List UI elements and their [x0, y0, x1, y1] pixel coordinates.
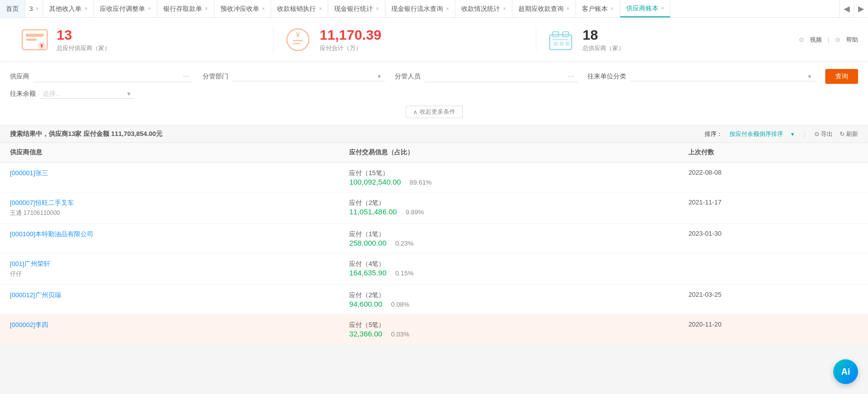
tx-label-3: 应付（4笔） [349, 260, 688, 268]
total-suppliers-label: 总供应商（家） [582, 44, 624, 53]
nav-tab-customer-close[interactable]: × [611, 6, 614, 11]
nav-tab-collection-stats[interactable]: 收款情况统计 × [455, 0, 512, 17]
nav-tab-prepay-close[interactable]: × [262, 6, 265, 11]
nav-tab-collection[interactable]: 收款核销执行 × [271, 0, 328, 17]
filter-supplier: 供应商 ··· [10, 71, 193, 82]
collapse-btn-inner: ∧ 收起更多条件 [406, 106, 463, 118]
last-pay-4: 2021-03-25 [688, 291, 858, 298]
person-label: 分管人员 [395, 72, 421, 81]
supplier-link-1[interactable]: [000007]恒旺二手叉车 [10, 199, 74, 206]
supplier-input[interactable] [36, 72, 181, 80]
nav-tab-cash-flow-close[interactable]: × [446, 6, 449, 11]
nav-tab-collection-stats-close[interactable]: × [503, 6, 506, 11]
nav-tab-other-income-close[interactable]: × [84, 6, 87, 11]
tx-info-0: 应付（15笔） 100,092,540.00 89.61% [349, 169, 688, 186]
export-button[interactable]: ⊙ 导出 [814, 130, 833, 138]
dept-input[interactable] [235, 72, 377, 80]
supplier-sub-1: 王通 17106110000 [10, 209, 349, 217]
stat-block-payable-suppliers: ¥ 13 总应付供应商（家） [10, 25, 273, 55]
supplier-link-4[interactable]: [000012]广州贝瑞 [10, 291, 61, 299]
collapse-button[interactable]: ∧ 收起更多条件 [10, 104, 858, 120]
category-label: 往来单位分类 [587, 72, 626, 81]
tx-amount-4[interactable]: 94,600.00 [349, 300, 382, 308]
last-pay-2: 2023-01-30 [688, 230, 858, 237]
nav-tab-ar-adjust-label: 应收应付调整单 [100, 4, 145, 13]
tx-amount-row-2: 258,000.00 0.23% [349, 239, 688, 247]
tx-amount-2[interactable]: 258,000.00 [349, 239, 386, 247]
svg-text:¥: ¥ [296, 31, 300, 39]
top-navigation: 首页 3 × 其他收入单 × 应收应付调整单 × 银行存取款单 × 预收冲应收单… [0, 0, 868, 18]
help-link[interactable]: 帮助 [846, 36, 858, 44]
collapse-label: 收起更多条件 [420, 108, 455, 116]
tx-amount-1[interactable]: 11,051,486.00 [349, 207, 397, 216]
nav-tab-cash-flow[interactable]: 现金银行流水查询 × [385, 0, 455, 17]
supplier-input-wrap: ··· [33, 71, 193, 82]
video-link[interactable]: 视频 [810, 36, 822, 44]
tx-amount-3[interactable]: 164,635.90 [349, 268, 386, 277]
sort-chevron-icon[interactable]: ▼ [790, 131, 795, 137]
last-pay-5: 2020-11-20 [688, 321, 858, 328]
table-row: [000007]恒旺二手叉车 王通 17106110000 应付（2笔） 11,… [0, 193, 868, 224]
person-dots[interactable]: ··· [568, 72, 574, 81]
dept-chevron-icon[interactable]: ▼ [376, 73, 382, 79]
payable-suppliers-number: 13 [57, 27, 110, 44]
category-chevron-icon[interactable]: ▼ [807, 73, 812, 79]
query-button[interactable]: 查询 [825, 69, 858, 84]
nav-arrow-left[interactable]: ◀ [839, 0, 854, 18]
tx-amount-row-4: 94,600.00 0.08% [349, 300, 688, 308]
nav-tab-home[interactable]: 首页 [0, 0, 25, 17]
tx-amount-row-1: 11,051,486.00 9.89% [349, 207, 688, 216]
category-input[interactable] [633, 72, 807, 80]
category-select-wrap: ▼ [630, 71, 815, 81]
result-text: 搜索结果中，供应商13家 应付金额 111,703,854.00元 [10, 130, 162, 137]
person-input[interactable] [428, 72, 566, 80]
supplier-code-3: [001] [10, 260, 24, 267]
nav-tab-bank-deposit-close[interactable]: × [205, 6, 208, 11]
nav-tab-overdue[interactable]: 超期应收款查询 × [512, 0, 576, 17]
nav-tab-ar-adjust-close[interactable]: × [148, 6, 151, 11]
refresh-label: 刷新 [846, 130, 858, 138]
supplier-link-2[interactable]: [000100]本特勤油品有限公司 [10, 230, 93, 238]
nav-tab-other-income-label: 其他收入单 [49, 4, 81, 13]
nav-tab-3-label: 3 [29, 5, 33, 12]
filter-area: 供应商 ··· 分管部门 ▼ 分管人员 ··· 往来单位分类 [0, 62, 868, 126]
nav-arrow-right[interactable]: ▶ [854, 0, 868, 18]
balance-input[interactable] [43, 90, 126, 97]
nav-tab-ar-adjust[interactable]: 应收应付调整单 × [94, 0, 157, 17]
tx-info-5: 应付（5笔） 32,366.00 0.03% [349, 321, 688, 338]
nav-tab-overdue-close[interactable]: × [567, 6, 570, 11]
sort-value[interactable]: 按应付余额倒序排序 [729, 130, 783, 138]
nav-tab-collection-close[interactable]: × [319, 6, 322, 11]
nav-tab-3-close[interactable]: × [36, 6, 39, 11]
supplier-link-0[interactable]: [000001]张三 [10, 169, 48, 177]
nav-tab-bank-deposit-label: 银行存取款单 [163, 4, 202, 13]
tx-label-5: 应付（5笔） [349, 321, 688, 329]
nav-tab-supplier-close[interactable]: × [661, 5, 664, 11]
balance-chevron-icon[interactable]: ▼ [126, 91, 132, 97]
supplier-link-3[interactable]: [001]广州荣轩 [10, 260, 50, 267]
nav-tab-bank-deposit[interactable]: 银行存取款单 × [157, 0, 215, 17]
tx-info-2: 应付（1笔） 258,000.00 0.23% [349, 230, 688, 247]
nav-tab-supplier[interactable]: 供应商账本 × [620, 0, 671, 17]
tx-label-2: 应付（1笔） [349, 230, 688, 239]
nav-tab-customer-label: 客户账本 [582, 4, 608, 13]
supplier-dots[interactable]: ··· [183, 72, 189, 81]
supplier-code-1: [000007] [10, 199, 35, 206]
nav-tab-cash-flow-label: 现金银行流水查询 [391, 4, 443, 13]
svg-rect-13 [554, 42, 558, 46]
nav-tab-3[interactable]: 3 × [25, 0, 43, 17]
nav-tab-other-income[interactable]: 其他收入单 × [43, 0, 94, 17]
tx-info-4: 应付（2笔） 94,600.00 0.08% [349, 291, 688, 308]
nav-tab-cash-stats[interactable]: 现金银行统计 × [328, 0, 385, 17]
nav-tab-customer[interactable]: 客户账本 × [576, 0, 620, 17]
tx-amount-0[interactable]: 100,092,540.00 [349, 178, 401, 186]
nav-tab-cash-stats-close[interactable]: × [376, 6, 379, 11]
supplier-link-5[interactable]: [000002]李四 [10, 321, 48, 328]
export-icon: ⊙ [814, 131, 819, 137]
collapse-icon: ∧ [413, 109, 418, 116]
filter-row-1: 供应商 ··· 分管部门 ▼ 分管人员 ··· 往来单位分类 [10, 69, 858, 84]
tx-amount-5[interactable]: 32,366.00 [349, 329, 382, 338]
refresh-button[interactable]: ↻ 刷新 [840, 130, 858, 138]
nav-tab-prepay[interactable]: 预收冲应收单 × [215, 0, 272, 17]
table-row: [000002]李四 应付（5笔） 32,366.00 0.03% 2020-1… [0, 315, 868, 344]
